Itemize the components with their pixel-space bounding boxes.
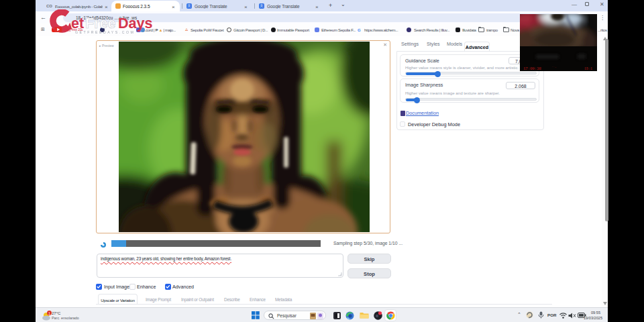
svg-text:| ygg free 20ₐ: | ygg free 20ₐ — [64, 28, 83, 32]
svg-text:15:1: 15:1 — [584, 67, 592, 71]
svg-text:Free: Free — [85, 15, 115, 32]
svg-text:- . _: - . _ — [552, 65, 557, 68]
svg-text:GETFREEDAYS.COM: GETFREEDAYS.COM — [75, 30, 135, 34]
svg-text:17:09:38: 17:09:38 — [523, 66, 541, 71]
svg-text:Days: Days — [118, 15, 152, 32]
svg-text:1: 1 — [48, 311, 50, 315]
